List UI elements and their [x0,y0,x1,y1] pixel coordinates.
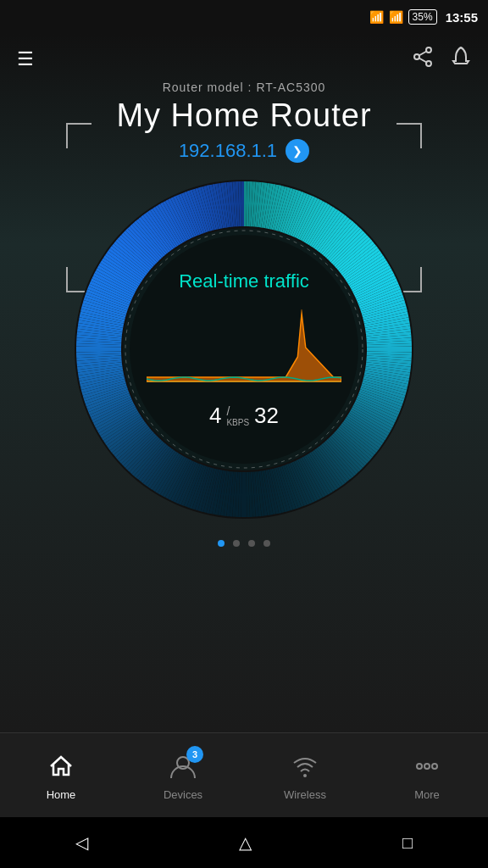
share-button[interactable] [412,46,434,73]
router-model-label: Router model : RT-AC5300 [66,81,422,94]
svg-line-4 [419,58,427,63]
more-icon [413,753,441,780]
signal-status-icon: 📶 [389,10,403,24]
android-nav-bar: ◁ △ □ [0,817,488,868]
nav-item-home[interactable]: Home [0,749,122,801]
battery-indicator: 35% [408,9,437,25]
svg-point-8 [417,764,422,769]
ip-navigate-button[interactable]: ❯ [286,139,309,163]
separator: / KBPS [226,404,249,427]
router-name-label: My Home Router [66,97,422,134]
nav-item-wireless[interactable]: Wireless [244,749,366,801]
page-dot-3[interactable] [248,540,255,547]
status-bar: 📶 📶 35% 13:55 [0,0,488,34]
traffic-chart-canvas [147,309,341,394]
wifi-status-icon: 📶 [369,10,384,24]
svg-line-3 [419,52,427,56]
devices-badge: 3 [186,746,203,763]
nav-label-home: Home [47,788,76,801]
home-icon [47,753,75,780]
nav-item-more[interactable]: More [366,749,488,801]
page-indicator [218,540,270,547]
svg-point-7 [303,774,307,777]
page-dot-2[interactable] [233,540,240,547]
nav-item-devices[interactable]: 3 Devices [122,749,244,801]
recent-apps-button[interactable]: □ [402,833,413,853]
top-bar: ☰ [0,34,488,85]
nav-label-devices: Devices [164,788,202,801]
wireless-icon [291,753,319,780]
router-info: Router model : RT-AC5300 My Home Router … [66,81,422,163]
svg-point-9 [424,764,430,769]
svg-point-2 [414,54,419,59]
upload-value: 4 [209,403,221,429]
nav-label-wireless: Wireless [284,788,326,801]
page-dot-4[interactable] [263,540,270,547]
hamburger-menu-button[interactable]: ☰ [17,48,34,70]
download-value: 32 [254,403,279,429]
ip-address-label: 192.168.1.1 [179,140,277,162]
gauge-inner: Real-time traffic 4 / KBPS 32 [134,239,354,459]
page-dot-1[interactable] [218,540,225,547]
bottom-navigation: Home 3 Devices Wireless [0,732,488,817]
traffic-chart [147,309,341,394]
svg-point-1 [426,61,431,66]
realtime-traffic-label: Real-time traffic [179,270,309,292]
gauge-container: Real-time traffic 4 / KBPS 32 [66,171,422,527]
home-button[interactable]: △ [239,832,252,853]
kbps-unit: KBPS [226,418,249,427]
back-button[interactable]: ◁ [75,832,88,853]
notification-bell-button[interactable] [451,46,471,73]
status-time: 13:55 [446,10,478,25]
main-content: ☰ [0,34,488,732]
svg-point-0 [426,47,431,53]
nav-label-more: More [414,788,440,801]
svg-point-10 [432,764,437,769]
